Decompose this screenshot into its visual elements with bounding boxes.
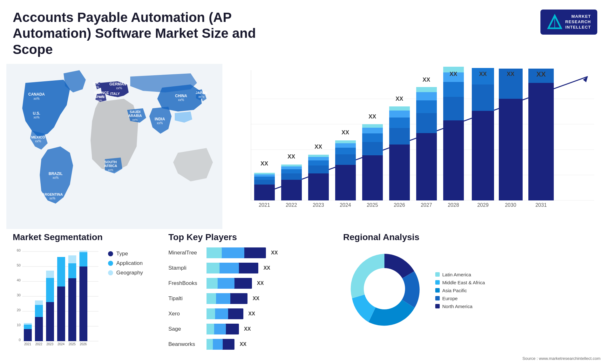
type-dot [108,251,113,256]
svg-text:2022: 2022 [286,202,297,208]
svg-text:xx%: xx% [108,168,113,172]
svg-rect-66 [389,111,410,118]
svg-text:30: 30 [17,293,21,297]
svg-rect-46 [308,155,329,157]
svg-rect-137 [79,266,87,341]
legend-middle-east: Middle East & Africa [435,280,485,285]
player-bar-light [207,293,216,304]
svg-text:xx%: xx% [34,97,40,100]
svg-rect-45 [308,157,329,160]
svg-text:40: 40 [17,278,21,282]
player-row: StampliXX [168,263,327,273]
segmentation-title: Market Segmentation [13,232,152,242]
top-content: CANADA xx% U.S. xx% MEXICO xx% BRAZIL xx… [0,64,610,229]
logo-line1: MARKET [565,14,591,19]
svg-rect-79 [443,82,464,97]
svg-text:2026: 2026 [80,342,87,346]
application-dot [108,261,113,266]
regional-section: Regional Analysis [337,232,604,364]
source-text: Source : www.marketresearchintellect.com [522,356,600,361]
regional-pie-svg [343,247,426,330]
svg-rect-67 [389,106,410,111]
segmentation-chart-svg: 0 10 20 30 40 50 60 [13,247,102,349]
svg-rect-52 [335,143,356,148]
svg-rect-51 [335,148,356,154]
svg-point-141 [364,268,405,309]
india-label: INDIA [155,117,165,121]
mexico-label: MEXICO [31,135,45,139]
saudi-label: SAUDI [130,110,140,114]
player-bar-light [207,324,214,334]
player-bar-container: XX [207,247,327,258]
europe-label: Europe [442,296,458,301]
svg-text:2021: 2021 [259,202,270,208]
player-value: XX [253,296,259,301]
players-list: MineralTreeXXStampliXXFreshBooksXXTipalt… [168,247,327,350]
svg-text:10: 10 [17,323,21,327]
svg-rect-65 [389,118,410,128]
svg-rect-121 [46,271,54,278]
player-name: MineralTree [168,250,207,256]
player-bar-container: XX [207,263,327,273]
player-name: Tipalti [168,295,207,302]
germany-label: GERMANY [109,82,129,86]
legend-geography: Geography [108,270,143,276]
player-bar-light [207,339,213,350]
svg-rect-72 [416,100,437,113]
svg-rect-29 [254,180,275,185]
legend-type-label: Type [116,251,128,257]
svg-text:XX: XX [369,113,376,120]
asia-pacific-label: Asia Pacific [442,288,467,293]
logo-box: MARKET RESEARCH INTELLECT [540,10,597,35]
svg-rect-30 [254,177,275,180]
svg-text:2028: 2028 [448,202,459,208]
svg-rect-31 [254,174,275,177]
player-bar-container: XX [207,278,327,289]
regional-title: Regional Analysis [343,232,597,242]
svg-text:2025: 2025 [69,342,76,346]
legend-latin-america: Latin America [435,272,485,277]
svg-rect-84 [472,111,494,200]
svg-rect-120 [46,278,54,302]
svg-text:0: 0 [19,338,21,342]
svg-rect-70 [416,133,437,200]
player-bar-container: XX [207,324,327,334]
svg-rect-112 [24,325,32,329]
player-bar-container: XX [207,293,327,304]
spain-label: SPAIN [95,95,104,99]
svg-text:xx%: xx% [50,197,56,200]
svg-text:2029: 2029 [477,202,489,208]
middle-east-label: Middle East & Africa [442,280,485,285]
page-header: Accounts Payable Automation (AP Automati… [0,0,610,64]
legend-europe: Europe [435,296,485,301]
svg-rect-42 [308,173,329,200]
svg-rect-139 [79,251,87,252]
north-america-label: North America [442,304,472,309]
svg-rect-134 [68,263,76,278]
player-value: XX [244,326,251,332]
svg-text:xx%: xx% [199,95,205,98]
svg-text:2022: 2022 [35,342,43,346]
svg-rect-113 [24,323,32,325]
svg-text:XX: XX [536,70,546,78]
svg-rect-58 [362,133,383,142]
svg-text:2031: 2031 [535,202,547,208]
player-bar-container: XX [207,339,327,350]
player-row: MineralTreeXX [168,247,327,258]
svg-rect-138 [79,252,87,266]
growth-chart-svg: XX 2021 XX 2022 XX 2023 [229,64,604,229]
player-bar-light [207,263,220,273]
segmentation-legend: Type Application Geography [108,251,143,276]
legend-application-label: Application [116,260,143,266]
svg-rect-43 [308,165,329,173]
china-label: CHINA [175,94,187,98]
player-row: XeroXX [168,308,327,319]
svg-text:2021: 2021 [24,342,31,346]
svg-rect-49 [335,165,356,200]
canada-label: CANADA [28,92,45,97]
svg-rect-85 [472,84,494,111]
svg-rect-135 [68,255,76,263]
svg-rect-57 [362,142,383,155]
svg-rect-117 [35,300,43,305]
svg-rect-111 [24,329,32,341]
